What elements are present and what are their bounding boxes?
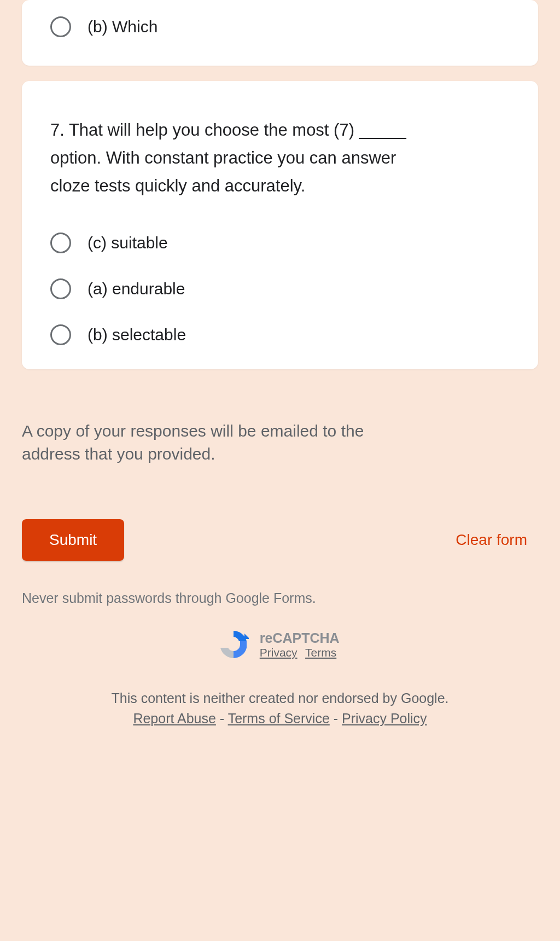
recaptcha-privacy-link[interactable]: Privacy (260, 646, 298, 659)
q7-option-c[interactable]: (c) suitable (50, 233, 510, 253)
terms-of-service-link[interactable]: Terms of Service (228, 711, 330, 726)
footer-text: This content is neither created nor endo… (22, 688, 538, 708)
radio-icon (50, 278, 71, 299)
email-notice: A copy of your responses will be emailed… (22, 420, 427, 466)
recaptcha-badge: reCAPTCHA Privacy Terms (22, 629, 538, 660)
form-actions: Submit Clear form (22, 519, 538, 561)
question-6-card: (b) Which (22, 0, 538, 66)
radio-icon (50, 16, 71, 37)
footer-sep: - (216, 711, 228, 726)
question-text: 7. That will help you choose the most (7… (50, 116, 422, 200)
recaptcha-icon (218, 629, 249, 660)
option-label: (b) selectable (88, 326, 186, 344)
recaptcha-terms-link[interactable]: Terms (305, 646, 336, 659)
radio-icon (50, 324, 71, 345)
password-disclaimer: Never submit passwords through Google Fo… (22, 590, 538, 606)
option-label: (c) suitable (88, 234, 168, 252)
recaptcha-title: reCAPTCHA (260, 630, 342, 646)
recaptcha-text: reCAPTCHA Privacy Terms (260, 630, 342, 659)
q7-option-a[interactable]: (a) endurable (50, 278, 510, 299)
svg-marker-0 (244, 634, 249, 639)
footer-sep: - (330, 711, 342, 726)
clear-form-button[interactable]: Clear form (456, 531, 538, 549)
report-abuse-link[interactable]: Report Abuse (133, 711, 216, 726)
question-7-options: (c) suitable (a) endurable (b) selectabl… (50, 233, 510, 345)
q7-option-b[interactable]: (b) selectable (50, 324, 510, 345)
option-label: (a) endurable (88, 280, 185, 298)
radio-icon (50, 233, 71, 253)
question-7-card: 7. That will help you choose the most (7… (22, 81, 538, 369)
q6-option-b[interactable]: (b) Which (50, 16, 510, 37)
footer: This content is neither created nor endo… (22, 688, 538, 728)
submit-button[interactable]: Submit (22, 519, 124, 561)
privacy-policy-link[interactable]: Privacy Policy (342, 711, 427, 726)
option-label: (b) Which (88, 18, 158, 36)
